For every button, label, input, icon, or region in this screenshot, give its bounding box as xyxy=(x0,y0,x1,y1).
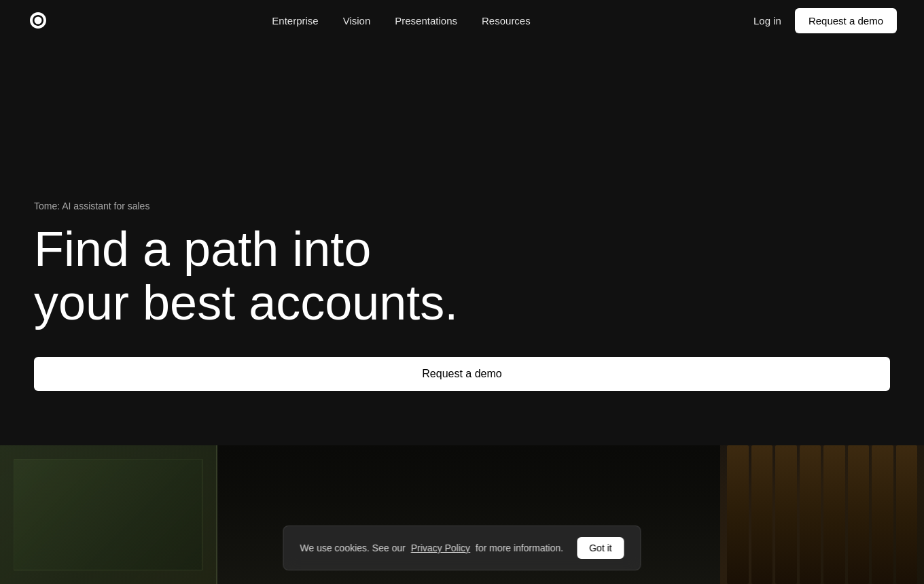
nav-resources[interactable]: Resources xyxy=(482,15,531,27)
login-link[interactable]: Log in xyxy=(753,15,781,27)
hero-section: Tome: AI assistant for sales Find a path… xyxy=(0,0,924,445)
slat-4 xyxy=(800,445,821,584)
slat-8 xyxy=(896,445,918,584)
nav-presentations[interactable]: Presentations xyxy=(395,15,457,27)
slat-3 xyxy=(775,445,797,584)
navbar: Enterprise Vision Presentations Resource… xyxy=(0,0,924,41)
nav-vision[interactable]: Vision xyxy=(343,15,371,27)
slat-7 xyxy=(872,445,893,584)
nav-links: Enterprise Vision Presentations Resource… xyxy=(272,15,530,27)
cookie-privacy-policy-link[interactable]: Privacy Policy xyxy=(411,543,470,553)
slat-1 xyxy=(727,445,749,584)
hero-cta-button[interactable]: Request a demo xyxy=(34,357,890,391)
nav-enterprise[interactable]: Enterprise xyxy=(272,15,318,27)
wood-slats xyxy=(720,445,924,584)
cookie-got-it-button[interactable]: Got it xyxy=(577,537,624,559)
slat-5 xyxy=(823,445,845,584)
cookie-banner: We use cookies. See our Privacy Policy f… xyxy=(283,526,641,570)
nav-request-demo-button[interactable]: Request a demo xyxy=(795,8,897,33)
slat-6 xyxy=(848,445,870,584)
nav-right-actions: Log in Request a demo xyxy=(753,8,897,33)
window-reflection xyxy=(14,459,202,570)
cookie-message-before: We use cookies. See our xyxy=(300,543,405,553)
logo[interactable] xyxy=(27,10,49,31)
window-area xyxy=(0,445,217,584)
hero-headline: Find a path into your best accounts. xyxy=(34,222,510,330)
hero-eyebrow: Tome: AI assistant for sales xyxy=(34,201,890,211)
hero-headline-line1: Find a path into xyxy=(34,222,371,276)
slat-2 xyxy=(751,445,773,584)
cookie-message-after: for more information. xyxy=(476,543,563,553)
hero-headline-line2: your best accounts. xyxy=(34,275,458,330)
